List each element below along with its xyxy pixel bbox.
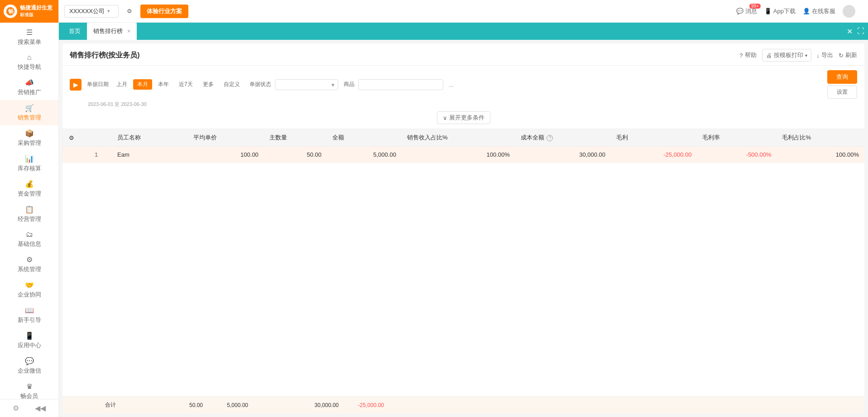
expand-more-btn[interactable]: ∨ 展开更多条件 (437, 111, 490, 124)
footer-amount: 5,000.00 (208, 402, 254, 408)
sidebar-item-guide[interactable]: 📖 新手引导 (0, 302, 58, 328)
home-icon: ⌂ (27, 53, 32, 62)
member-icon: ♛ (26, 382, 33, 391)
minimize-icon[interactable]: ✕ (847, 27, 853, 36)
sidebar-item-purchase[interactable]: 📦 采购管理 (0, 125, 58, 151)
wechat-icon: 💬 (25, 357, 34, 365)
tab-close-icon[interactable]: × (127, 28, 130, 34)
table-footer: 合计 50.00 5,000.00 30,000.00 -25,000.00 (62, 396, 864, 413)
footer-profit: -25,000.00 (344, 402, 389, 408)
date-tab-prev[interactable]: 上月 (112, 79, 131, 90)
sidebar-item-inventory[interactable]: 📊 库存核算 (0, 151, 58, 176)
date-tab-year[interactable]: 本年 (154, 79, 173, 90)
sidebar-collapse-btn[interactable]: ◀◀ (35, 404, 46, 412)
sidebar-item-wechat[interactable]: 💬 企业微信 (0, 353, 58, 379)
date-tab-custom[interactable]: 自定义 (220, 79, 244, 90)
company-selector[interactable]: XXXXXX公司 ▾ (64, 5, 119, 18)
export-btn[interactable]: ↓ 导出 (817, 51, 834, 59)
gear-icon: ⚙ (127, 8, 132, 14)
purchase-icon: 📦 (25, 129, 34, 138)
date-filter-section: 单据日期 上月 本月 本年 近7天 更多 自定义 (87, 79, 244, 90)
marketing-icon: 📣 (25, 78, 34, 87)
sidebar-item-marketing[interactable]: 📣 营销推广 (0, 75, 58, 100)
sales-icon: 🛒 (25, 104, 34, 112)
query-section: 查询 设置 (827, 70, 857, 99)
tab-bar-right: ✕ ⛶ (847, 27, 864, 36)
collapse-arrow-btn[interactable]: ▶ (70, 79, 82, 91)
expand-icon[interactable]: ⛶ (857, 27, 864, 35)
basics-icon: 🗂 (26, 230, 33, 239)
header-settings-btn[interactable]: ⚙ (123, 5, 136, 18)
page-title: 销售排行榜(按业务员) (70, 51, 140, 60)
cell-index-0: 1 (81, 147, 112, 163)
col-cost: 成本全额 ? (515, 129, 611, 147)
goods-input[interactable] (358, 79, 443, 90)
help-icon: ? (739, 52, 743, 59)
col-amount: 全额 (327, 129, 402, 147)
download-icon: 📱 (764, 8, 772, 14)
sidebar-item-apps[interactable]: 📱 应用中心 (0, 328, 58, 353)
cell-quantity-0: 50.00 (264, 147, 327, 163)
date-range-display: 2023-06-01 至 2023-06-30 (88, 101, 147, 107)
date-tab-more[interactable]: 更多 (199, 79, 218, 90)
sidebar-bottom: ⚙ ◀◀ (0, 399, 58, 417)
print-btn[interactable]: 🖨 按模板打印 ▾ (762, 49, 811, 62)
cell-cost-0: 30,000.00 (515, 147, 611, 163)
trial-button[interactable]: 体验行业方案 (140, 5, 188, 18)
col-sales-ratio: 销售收入占比% (402, 129, 515, 147)
col-profit-ratio: 毛利占比% (777, 129, 864, 147)
service-icon: 👤 (803, 8, 810, 14)
avatar[interactable] (843, 5, 855, 18)
sidebar-item-operations[interactable]: 📋 经营管理 (0, 201, 58, 227)
tab-sales-ranking[interactable]: 销售排行榜 × (87, 23, 137, 40)
status-select-wrapper (275, 79, 338, 90)
system-icon: ⚙ (26, 255, 33, 264)
sidebar: 畅 畅捷通好生意 标准版 ☰ 搜索菜单 ⌂ 快捷导航 📣 营销推广 🛒 销售管理… (0, 0, 59, 417)
sidebar-item-shortcuts[interactable]: ⌂ 快捷导航 (0, 50, 58, 75)
col-quantity: 主数量 (264, 129, 327, 147)
settings-link-button[interactable]: 设置 (827, 86, 857, 99)
app-download-btn[interactable]: 📱 App下载 (764, 7, 796, 15)
content-area: 销售排行榜(按业务员) ? 帮助 🖨 按模板打印 ▾ ↓ 导出 (59, 40, 868, 417)
help-btn[interactable]: ? 帮助 (739, 51, 756, 59)
finance-icon: 💰 (25, 180, 34, 188)
page-actions: ? 帮助 🖨 按模板打印 ▾ ↓ 导出 ↻ 刷新 (739, 49, 857, 62)
sidebar-item-basics[interactable]: 🗂 基础信息 (0, 227, 58, 252)
refresh-btn[interactable]: ↻ 刷新 (839, 51, 857, 59)
date-tab-week[interactable]: 近7天 (175, 79, 197, 90)
goods-more-btn[interactable]: ... (447, 81, 456, 88)
col-name: 员工名称 (112, 129, 188, 147)
main-area: XXXXXX公司 ▾ ⚙ 体验行业方案 💬 消息 99+ 📱 App下载 👤 在… (59, 0, 868, 417)
sidebar-item-search[interactable]: ☰ 搜索菜单 (0, 24, 58, 50)
message-icon: 💬 (736, 8, 743, 14)
sidebar-item-sales[interactable]: 🛒 销售管理 (0, 100, 58, 125)
col-profit: 毛利 (611, 129, 697, 147)
inventory-icon: 📊 (25, 154, 34, 163)
status-label: 单据状态 (249, 81, 271, 88)
message-btn[interactable]: 💬 消息 99+ (736, 7, 757, 15)
data-table: ⚙ 员工名称 平均单价 主数量 全额 销售收入占比% 成本全额 ? 毛利 (62, 129, 864, 163)
logo-icon: 畅 (4, 5, 17, 18)
printer-icon: 🖨 (766, 52, 772, 59)
sidebar-settings-btn[interactable]: ⚙ (13, 404, 19, 412)
sidebar-item-finance[interactable]: 💰 资金管理 (0, 176, 58, 201)
enterprise-icon: 🤝 (25, 281, 34, 289)
sidebar-item-enterprise[interactable]: 🤝 企业协同 (0, 277, 58, 302)
sidebar-item-member[interactable]: ♛ 畅会员 (0, 379, 58, 399)
sidebar-item-system[interactable]: ⚙ 系统管理 (0, 252, 58, 277)
table-container: ⚙ 员工名称 平均单价 主数量 全额 销售收入占比% 成本全额 ? 毛利 (62, 129, 864, 396)
refresh-icon: ↻ (839, 52, 844, 59)
status-select[interactable] (275, 79, 338, 90)
date-tab-current[interactable]: 本月 (133, 79, 152, 90)
top-header: XXXXXX公司 ▾ ⚙ 体验行业方案 💬 消息 99+ 📱 App下载 👤 在… (59, 0, 868, 23)
online-service-btn[interactable]: 👤 在线客服 (803, 7, 835, 15)
logo: 畅 畅捷通好生意 标准版 (0, 0, 58, 23)
tab-home[interactable]: 首页 (62, 23, 87, 40)
cost-help-icon[interactable]: ? (547, 135, 553, 141)
export-icon: ↓ (817, 52, 820, 59)
search-menu-icon: ☰ (26, 28, 33, 37)
col-settings[interactable]: ⚙ (62, 129, 81, 147)
footer-quantity: 50.00 (172, 402, 208, 408)
query-button[interactable]: 查询 (827, 70, 857, 84)
cell-sales-ratio-0: 100.00% (402, 147, 515, 163)
